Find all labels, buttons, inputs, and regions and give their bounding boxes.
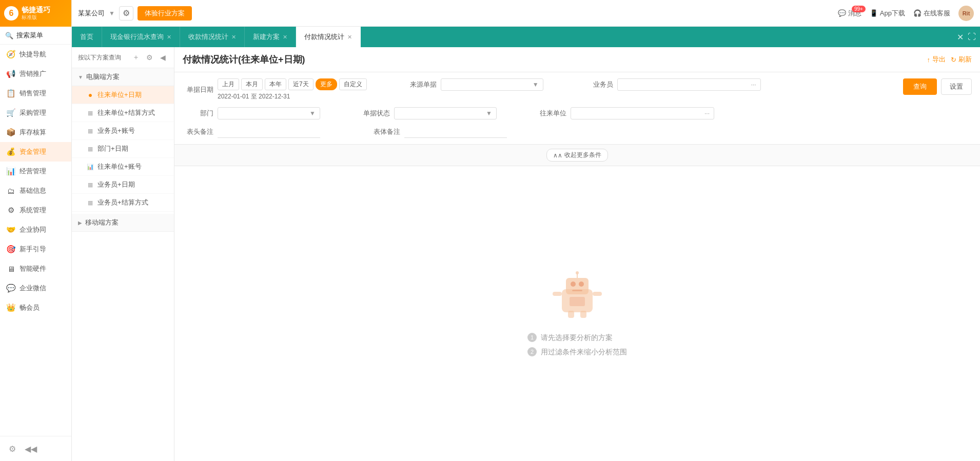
member-icon: 👑 — [6, 303, 15, 312]
filter-body-note-item: 表体备注 — [369, 126, 507, 138]
scheme-item-staff-date[interactable]: ▦ 业务员+日期 — [72, 176, 174, 194]
scheme-settings-btn[interactable]: ⚙ — [144, 52, 154, 63]
sidebar-item-label: 基础信息 — [19, 186, 46, 195]
tab-cash-flow-close[interactable]: ✕ — [167, 34, 171, 41]
sidebar-item-purchase[interactable]: 🛒 采购管理 — [0, 103, 71, 123]
tab-new-scheme[interactable]: 新建方案 ✕ — [245, 27, 296, 47]
tab-payment-stat[interactable]: 付款情况统计 ✕ — [296, 27, 361, 47]
filter-status-item: 单据状态 ▼ — [359, 107, 497, 119]
svg-point-3 — [579, 282, 584, 287]
refresh-btn[interactable]: ↻ 刷新 — [951, 55, 972, 64]
tab-home-label: 首页 — [80, 32, 93, 42]
collapse-bar: ∧∧ 收起更多条件 — [174, 145, 980, 166]
status-label: 单据状态 — [359, 109, 390, 118]
scheme-item-label: 业务员+日期 — [97, 180, 135, 189]
sidebar-item-sales[interactable]: 📋 销售管理 — [0, 84, 71, 103]
tab-cash-flow[interactable]: 现金银行流水查询 ✕ — [102, 27, 180, 47]
sidebar-item-quick-nav[interactable]: 🧭 快捷导航 — [0, 45, 71, 64]
app-download-btn[interactable]: 📱 App下载 — [870, 9, 905, 18]
date-btn-last-month[interactable]: 上月 — [218, 78, 239, 90]
headset-icon: 🎧 — [913, 9, 922, 17]
sidebar-item-inventory[interactable]: 📦 库存核算 — [0, 123, 71, 142]
sidebar-item-operation[interactable]: 📊 经营管理 — [0, 162, 71, 181]
scheme-item-staff-settle[interactable]: ▦ 业务员+结算方式 — [72, 194, 174, 212]
staff-select[interactable]: ··· — [617, 78, 761, 91]
tabbar: 首页 现金银行流水查询 ✕ 收款情况统计 ✕ 新建方案 ✕ 付款情况统计 ✕ ✕… — [72, 27, 980, 47]
date-btn-more[interactable]: 更多 — [316, 78, 337, 90]
sidebar-item-marketing[interactable]: 📢 营销推广 — [0, 64, 71, 84]
close-all-tabs-btn[interactable]: ✕ — [957, 32, 964, 42]
company-dropdown-icon[interactable]: ▼ — [109, 10, 115, 17]
dept-select[interactable]: ▼ — [218, 107, 320, 119]
scheme-table-icon: ▦ — [86, 145, 94, 153]
unit-dropdown-icon: ··· — [704, 110, 710, 117]
head-note-input[interactable] — [218, 126, 320, 138]
basic-icon: 🗂 — [6, 186, 15, 195]
topbar-right: 💬 消息 99+ 📱 App下载 🎧 在线客服 Rit — [838, 6, 974, 21]
date-btn-7days[interactable]: 近7天 — [288, 78, 313, 90]
sidebar-item-member[interactable]: 👑 畅会员 — [0, 298, 71, 317]
mobile-group-header[interactable]: ▶ 移动端方案 — [72, 214, 174, 232]
mobile-group-arrow-icon: ▶ — [78, 220, 82, 226]
hardware-icon: 🖥 — [6, 264, 15, 273]
robot-svg — [546, 269, 608, 320]
tab-home[interactable]: 首页 — [72, 27, 102, 47]
topbar-settings-btn[interactable]: ⚙ — [119, 6, 133, 21]
tab-payment-stat-close[interactable]: ✕ — [347, 34, 352, 41]
scheme-item-label: 部门+日期 — [97, 144, 128, 153]
filter-head-note-item: 表头备注 — [183, 126, 320, 138]
filter-source-item: 来源单据 ▼ — [406, 78, 543, 91]
tab-receivable-close[interactable]: ✕ — [231, 34, 236, 41]
scheme-item-unit-settle[interactable]: ▦ 往来单位+结算方式 — [72, 104, 174, 122]
desktop-group-header[interactable]: ▼ 电脑端方案 — [72, 68, 174, 86]
filter-area: 单据日期 上月 本月 本年 近7天 更多 自定义 2022-01-01 至 20… — [174, 72, 980, 145]
tab-new-scheme-close[interactable]: ✕ — [283, 34, 287, 41]
query-btn[interactable]: 查询 — [903, 78, 937, 95]
scheme-item-label: 往来单位+账号 — [97, 162, 142, 171]
settings-footer-btn[interactable]: ⚙ — [5, 442, 19, 456]
trial-btn[interactable]: 体验行业方案 — [138, 6, 192, 21]
messages-btn[interactable]: 💬 消息 99+ — [838, 9, 861, 18]
collapse-panel-btn[interactable]: ◀ — [158, 52, 168, 63]
date-btn-this-year[interactable]: 本年 — [265, 78, 286, 90]
svg-rect-4 — [572, 290, 582, 291]
empty-hint-2: 2 用过滤条件来缩小分析范围 — [527, 345, 627, 359]
collapse-btn-label: 收起更多条件 — [564, 151, 601, 159]
sidebar-item-basic[interactable]: 🗂 基础信息 — [0, 181, 71, 201]
tab-receivable[interactable]: 收款情况统计 ✕ — [180, 27, 245, 47]
unit-select[interactable]: ··· — [571, 107, 714, 119]
date-btn-custom[interactable]: 自定义 — [339, 78, 367, 90]
filter-date-area: 上月 本月 本年 近7天 更多 自定义 2022-01-01 至 2022-12… — [218, 78, 367, 101]
export-btn[interactable]: ↑ 导出 — [927, 55, 946, 64]
status-select[interactable]: ▼ — [394, 107, 497, 119]
sidebar-item-hardware[interactable]: 🖥 智能硬件 — [0, 259, 71, 278]
sidebar-item-wechat[interactable]: 💬 企业微信 — [0, 278, 71, 298]
user-avatar[interactable]: Rit — [958, 6, 974, 21]
sidebar-item-collab[interactable]: 🤝 企业协同 — [0, 220, 71, 239]
body-note-input[interactable] — [404, 126, 507, 138]
collapse-conditions-btn[interactable]: ∧∧ 收起更多条件 — [546, 149, 608, 162]
filter-settings-btn[interactable]: 设置 — [941, 78, 972, 95]
maximize-btn[interactable]: ⛶ — [968, 32, 976, 42]
sidebar-item-finance[interactable]: 💰 资金管理 — [0, 142, 71, 162]
sidebar-item-guide[interactable]: 🎯 新手引导 — [0, 239, 71, 259]
export-icon: ↑ — [927, 56, 931, 64]
tab-new-scheme-label: 新建方案 — [253, 32, 280, 42]
scheme-item-unit-date[interactable]: ● 往来单位+日期 — [72, 86, 174, 104]
add-scheme-btn[interactable]: ＋ — [131, 52, 141, 63]
online-service-btn[interactable]: 🎧 在线客服 — [913, 9, 950, 18]
search-menu[interactable]: 🔍 搜索菜单 — [0, 27, 71, 45]
date-btn-this-month[interactable]: 本月 — [241, 78, 263, 90]
left-panel-actions: ＋ ⚙ ◀ — [131, 52, 168, 63]
scheme-item-unit-account[interactable]: 📊 往来单位+账号 — [72, 158, 174, 176]
scheme-item-dept-date[interactable]: ▦ 部门+日期 — [72, 140, 174, 158]
source-dropdown-icon: ▼ — [533, 81, 539, 88]
scheme-item-staff-account[interactable]: ▦ 业务员+账号 — [72, 122, 174, 140]
quick-nav-icon: 🧭 — [6, 50, 15, 59]
status-dropdown-icon: ▼ — [486, 110, 492, 117]
messages-badge: 99+ — [852, 6, 866, 12]
collapse-sidebar-btn[interactable]: ◀◀ — [24, 442, 38, 456]
collab-icon: 🤝 — [6, 225, 15, 234]
sidebar-item-system[interactable]: ⚙ 系统管理 — [0, 201, 71, 220]
source-select[interactable]: ▼ — [441, 78, 543, 91]
